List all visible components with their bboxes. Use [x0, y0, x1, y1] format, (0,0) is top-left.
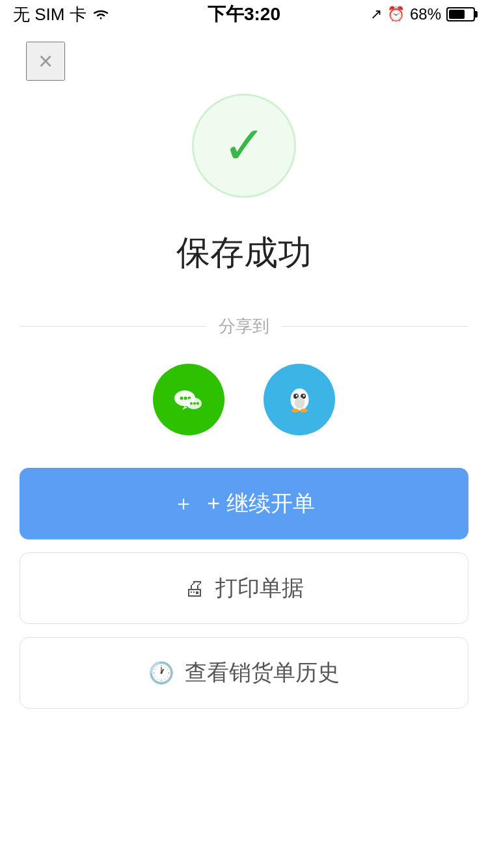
svg-point-17: [294, 397, 305, 409]
wechat-share-button[interactable]: [153, 364, 224, 435]
status-left: 无 SIM 卡: [13, 3, 110, 26]
close-button[interactable]: ×: [26, 42, 65, 81]
divider-row: 分享到: [20, 315, 468, 338]
svg-point-12: [295, 394, 297, 396]
history-label: 查看销货单历史: [185, 658, 340, 688]
direction-icon: ↗: [370, 6, 382, 23]
action-buttons: ＋ + 继续开单 🖨 打印单据 🕐 查看销货单历史: [20, 468, 468, 709]
svg-point-2: [183, 396, 187, 400]
history-button[interactable]: 🕐 查看销货单历史: [20, 637, 468, 709]
svg-point-5: [190, 402, 193, 405]
print-label: 打印单据: [215, 573, 304, 603]
alarm-icon: ⏰: [387, 6, 405, 23]
svg-point-1: [180, 396, 183, 400]
print-button[interactable]: 🖨 打印单据: [20, 552, 468, 624]
main-content: × ✓ 保存成功 分享到: [0, 29, 488, 868]
svg-point-13: [303, 394, 305, 396]
svg-marker-8: [182, 406, 187, 410]
battery-icon: [446, 7, 475, 21]
svg-point-16: [300, 409, 308, 413]
no-sim-text: 无 SIM 卡: [13, 3, 87, 26]
wifi-icon: [92, 8, 110, 21]
divider-left: [20, 326, 206, 327]
plus-icon: ＋: [173, 489, 194, 518]
continue-label: + 继续开单: [207, 489, 314, 519]
status-right: ↗ ⏰ 68%: [370, 5, 475, 23]
status-bar: 无 SIM 卡 下午3:20 ↗ ⏰ 68%: [0, 0, 488, 29]
svg-point-6: [193, 402, 196, 405]
success-circle: ✓: [192, 94, 296, 198]
success-title: 保存成功: [176, 230, 312, 276]
share-label: 分享到: [219, 315, 269, 338]
qq-share-button[interactable]: [264, 364, 335, 435]
printer-icon: 🖨: [184, 576, 205, 601]
battery-text: 68%: [410, 5, 441, 23]
share-section: 分享到: [20, 315, 468, 435]
close-icon: ×: [38, 49, 53, 74]
wechat-icon: [168, 379, 210, 421]
divider-right: [282, 326, 468, 327]
svg-point-15: [291, 409, 299, 413]
qq-icon: [278, 379, 321, 421]
clock-icon: 🕐: [148, 660, 174, 685]
checkmark-icon: ✓: [223, 120, 266, 172]
continue-button[interactable]: ＋ + 继续开单: [20, 468, 468, 539]
svg-point-7: [197, 402, 199, 405]
share-icons: [153, 364, 335, 435]
status-time: 下午3:20: [208, 2, 280, 27]
